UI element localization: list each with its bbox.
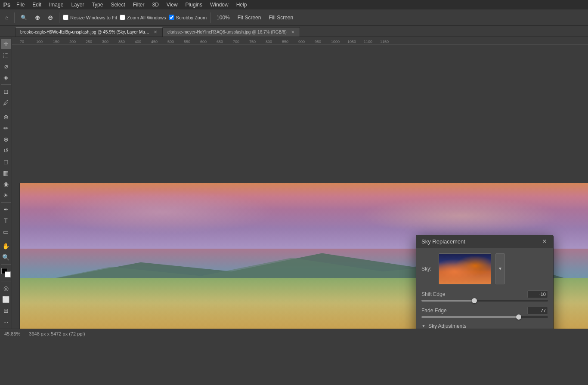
tab-2-close[interactable]: ✕ [290,29,295,35]
sky-label: Sky: [421,266,434,272]
menu-file[interactable]: File [13,1,28,9]
eyedropper-tool[interactable]: 🖊 [1,98,11,108]
crop-tool[interactable]: ⊡ [1,86,11,97]
menu-3d[interactable]: 3D [149,1,162,9]
shift-edge-value[interactable] [527,290,548,298]
zoom-all-checkbox[interactable]: Zoom All Windows [120,15,166,20]
fit-screen-button[interactable]: Fit Screen [235,13,264,22]
spot-heal-tool[interactable]: ⊛ [1,112,11,122]
fill-screen-button[interactable]: Fill Screen [266,13,296,22]
svg-text:850: 850 [282,40,288,44]
svg-text:250: 250 [86,40,92,44]
tab-1-close[interactable]: ✕ [153,29,158,35]
horizontal-ruler: 70 100 150 200 250 300 350 400 450 500 5… [12,37,588,183]
zoom-percent-button[interactable]: 100% [214,13,232,22]
svg-text:500: 500 [167,40,174,44]
sky-adjustments-section: ▼ Sky Adjustments [421,323,548,329]
svg-text:150: 150 [53,40,59,44]
zoom-all-input[interactable] [120,15,125,20]
shape-tool[interactable]: ▭ [1,227,11,237]
toolbar-divider-3 [210,12,210,23]
tab-2[interactable]: clarisse-meyer-HoYIncR3AQ8-unsplash.jpg … [163,27,300,37]
menu-filter[interactable]: Filter [130,1,148,9]
zoom-out-icon: ⊖ [48,14,53,21]
shift-edge-fill [421,300,474,302]
artboard-tool[interactable]: ⊞ [1,305,11,316]
menu-edit[interactable]: Edit [29,1,45,9]
ps-logo: Ps [2,0,12,10]
sky-thumbnail[interactable] [439,253,491,284]
document-dimensions: 3648 px x 5472 px (72 ppi) [29,331,85,336]
dialog-titlebar[interactable]: Sky Replacement ✕ [416,235,553,248]
zoom-out-button[interactable]: ⊖ [45,13,56,22]
pen-tool[interactable]: ✒ [1,204,11,215]
zoom-in-button[interactable]: ⊕ [32,13,43,22]
sky-adjustments-label: Sky Adjustments [428,323,467,329]
object-select-tool[interactable]: ◈ [1,72,11,83]
shift-edge-handle[interactable] [472,298,477,303]
zoom-tool[interactable]: 🔍 [1,252,11,262]
svg-text:750: 750 [249,40,256,44]
sky-dropdown-button[interactable]: ▼ [495,253,505,284]
svg-text:100: 100 [36,40,43,44]
svg-text:1100: 1100 [364,40,372,44]
tool-separator-1 [1,84,11,85]
scrubby-zoom-checkbox[interactable]: Scrubby Zoom [169,15,207,20]
dialog-title: Sky Replacement [421,238,465,245]
tab-1[interactable]: brooke-cagle-H6We-IfziBg-unsplash.jpg @ … [15,27,163,37]
svg-text:350: 350 [118,40,125,44]
toolbox: ✛ ⬚ ⌀ ◈ ⊡ 🖊 ⊛ ✏ ⊕ ↺ ◻ ▦ ◉ ☀ ✒ T ▭ ✋ 🔍 ◎ … [0,37,12,329]
menu-image[interactable]: Image [46,1,67,9]
resize-windows-input[interactable] [63,15,68,20]
color-swatches[interactable] [1,268,11,277]
dodge-tool[interactable]: ☀ [1,190,11,200]
menu-view[interactable]: View [163,1,181,9]
resize-windows-checkbox[interactable]: Resize Windows to Fit [63,15,117,20]
quick-mask-tool[interactable]: ◎ [1,283,11,293]
svg-text:950: 950 [315,40,321,44]
svg-text:700: 700 [233,40,239,44]
svg-text:1000: 1000 [331,40,340,44]
tabbar: brooke-cagle-H6We-IfziBg-unsplash.jpg @ … [0,26,588,37]
fade-edge-track[interactable] [421,316,548,318]
fade-edge-fill [421,316,519,318]
gradient-tool[interactable]: ▦ [1,168,11,178]
dialog-close-button[interactable]: ✕ [541,238,548,245]
menu-window[interactable]: Window [207,1,232,9]
shift-edge-track[interactable] [421,300,548,302]
screen-mode-tool[interactable]: ⬜ [1,294,11,305]
statusbar: 45.85% 3648 px x 5472 px (72 ppi) [0,329,588,338]
svg-text:800: 800 [266,40,272,44]
sky-replacement-dialog: Sky Replacement ✕ Sky: ▼ [416,235,554,329]
hand-tool[interactable]: ✋ [1,241,11,251]
menu-plugins[interactable]: Plugins [182,1,206,9]
fade-edge-value[interactable] [527,307,548,314]
svg-text:450: 450 [151,40,158,44]
move-tool[interactable]: ✛ [1,39,11,49]
selection-tool[interactable]: ⬚ [1,50,11,60]
text-tool[interactable]: T [1,216,11,226]
eraser-tool[interactable]: ◻ [1,157,11,167]
canvas-area: Sky Replacement ✕ Sky: ▼ [20,183,588,329]
toolbar-divider-2 [59,12,59,23]
background-swatch[interactable] [5,271,11,277]
menu-help[interactable]: Help [233,1,251,9]
home-button[interactable]: ⌂ [3,13,11,22]
blur-tool[interactable]: ◉ [1,179,11,189]
brush-tool[interactable]: ✏ [1,123,11,133]
toolbar-divider-1 [14,12,15,23]
menu-layer[interactable]: Layer [68,1,87,9]
zoom-tool-button[interactable]: 🔍 [18,13,30,22]
sky-selector-row: Sky: ▼ [421,253,548,284]
history-brush[interactable]: ↺ [1,145,11,156]
extra-tools[interactable]: ··· [1,317,11,327]
menu-select[interactable]: Select [107,1,128,9]
fade-edge-handle[interactable] [516,314,521,320]
sky-adjustments-collapse[interactable]: ▼ [421,323,426,328]
lasso-tool[interactable]: ⌀ [1,61,11,71]
menu-type[interactable]: Type [88,1,106,9]
svg-text:300: 300 [102,40,108,44]
scrubby-zoom-input[interactable] [169,15,174,20]
clone-tool[interactable]: ⊕ [1,134,11,145]
svg-text:900: 900 [298,40,305,44]
